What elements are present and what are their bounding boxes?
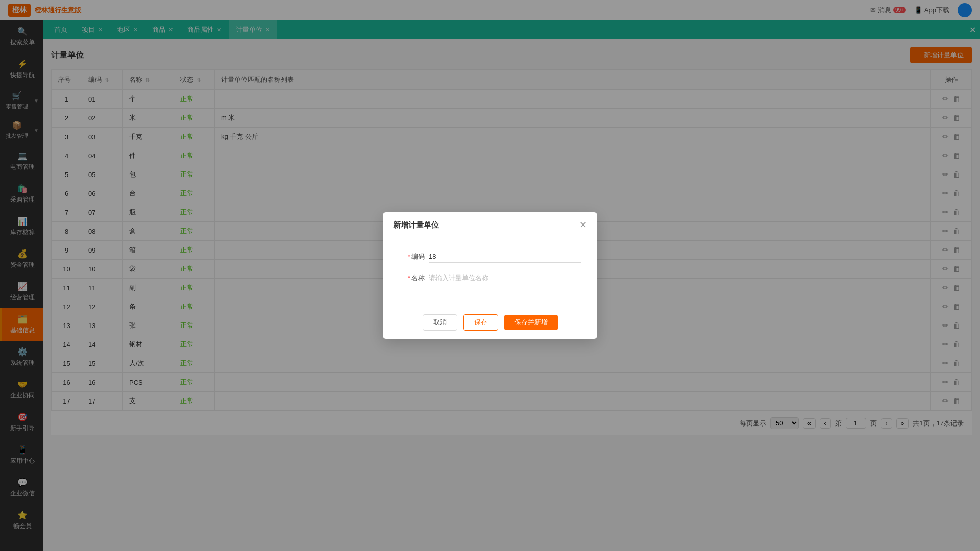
- modal-header: 新增计量单位 ✕: [383, 212, 597, 238]
- name-required-mark: *: [408, 274, 410, 282]
- modal-add-unit: 新增计量单位 ✕ *编码 *名称 取消 保存 保存并新增: [383, 212, 597, 339]
- form-row-name: *名称: [399, 272, 581, 284]
- save-button[interactable]: 保存: [463, 314, 498, 331]
- modal-close-btn[interactable]: ✕: [579, 219, 587, 231]
- cancel-button[interactable]: 取消: [423, 314, 457, 331]
- modal-body: *编码 *名称: [383, 238, 597, 306]
- modal-footer: 取消 保存 保存并新增: [383, 306, 597, 339]
- code-required-mark: *: [408, 253, 410, 260]
- save-new-button[interactable]: 保存并新增: [504, 315, 558, 330]
- modal-title: 新增计量单位: [393, 220, 439, 230]
- form-code-label: *编码: [399, 252, 425, 261]
- form-code-input[interactable]: [429, 251, 581, 263]
- form-name-label: *名称: [399, 273, 425, 283]
- form-row-code: *编码: [399, 251, 581, 263]
- modal-overlay[interactable]: 新增计量单位 ✕ *编码 *名称 取消 保存 保存并新增: [0, 0, 980, 551]
- form-name-input[interactable]: [429, 272, 581, 284]
